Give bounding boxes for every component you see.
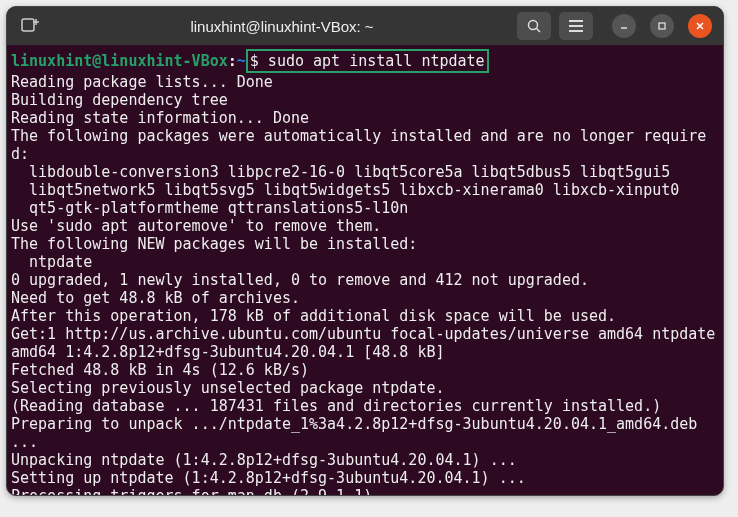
svg-rect-0 <box>22 19 34 31</box>
prompt-colon: : <box>228 52 237 70</box>
output-line: Reading package lists... Done <box>11 73 719 91</box>
search-button[interactable] <box>517 12 551 40</box>
output-line: Reading state information... Done <box>11 109 719 127</box>
prompt-path: ~ <box>237 52 246 70</box>
prompt-line-1: linuxhint@linuxhint-VBox:~$ sudo apt ins… <box>11 49 719 73</box>
hamburger-menu-button[interactable] <box>559 12 593 40</box>
minimize-button[interactable] <box>612 14 636 38</box>
output-line: (Reading database ... 187431 files and d… <box>11 397 719 415</box>
titlebar: linuxhint@linuxhint-VBox: ~ <box>7 7 723 45</box>
output-line: The following NEW packages will be insta… <box>11 235 719 253</box>
output-line: 0 upgraded, 1 newly installed, 0 to remo… <box>11 271 719 289</box>
svg-line-4 <box>537 29 541 33</box>
output-line: libqt5network5 libqt5svg5 libqt5widgets5… <box>11 181 719 199</box>
prompt-user-host: linuxhint@linuxhint-VBox <box>11 52 228 70</box>
output-line: libdouble-conversion3 libpcre2-16-0 libq… <box>11 163 719 181</box>
hamburger-icon <box>569 20 583 32</box>
window-title: linuxhint@linuxhint-VBox: ~ <box>51 18 513 35</box>
highlighted-command: $ sudo apt install ntpdate <box>246 49 489 73</box>
output-line: Building dependency tree <box>11 91 719 109</box>
output-line: Processing triggers for man-db (2.9.1-1)… <box>11 487 719 495</box>
output-line: qt5-gtk-platformtheme qttranslations5-l1… <box>11 199 719 217</box>
maximize-button[interactable] <box>650 14 674 38</box>
new-tab-button[interactable] <box>13 12 47 40</box>
output-line: ntpdate <box>11 253 719 271</box>
output-line: Unpacking ntpdate (1:4.2.8p12+dfsg-3ubun… <box>11 451 719 469</box>
maximize-icon <box>657 21 667 31</box>
minimize-icon <box>619 21 629 31</box>
output-line: Need to get 48.8 kB of archives. <box>11 289 719 307</box>
output-line: Selecting previously unselected package … <box>11 379 719 397</box>
new-tab-icon <box>20 17 40 35</box>
output-line: Preparing to unpack .../ntpdate_1%3a4.2.… <box>11 415 719 451</box>
output-line: Get:1 http://us.archive.ubuntu.com/ubunt… <box>11 325 719 361</box>
terminal-window: linuxhint@linuxhint-VBox: ~ <box>6 6 724 496</box>
output-line: Use 'sudo apt autoremove' to remove them… <box>11 217 719 235</box>
svg-rect-9 <box>659 23 665 29</box>
close-icon <box>695 21 705 31</box>
output-line: Fetched 48.8 kB in 4s (12.6 kB/s) <box>11 361 719 379</box>
output-line: The following packages were automaticall… <box>11 127 719 163</box>
output-line: After this operation, 178 kB of addition… <box>11 307 719 325</box>
terminal-content[interactable]: linuxhint@linuxhint-VBox:~$ sudo apt ins… <box>7 45 723 495</box>
output-line: Setting up ntpdate (1:4.2.8p12+dfsg-3ubu… <box>11 469 719 487</box>
close-button[interactable] <box>688 14 712 38</box>
search-icon <box>527 19 541 33</box>
svg-point-3 <box>529 21 538 30</box>
